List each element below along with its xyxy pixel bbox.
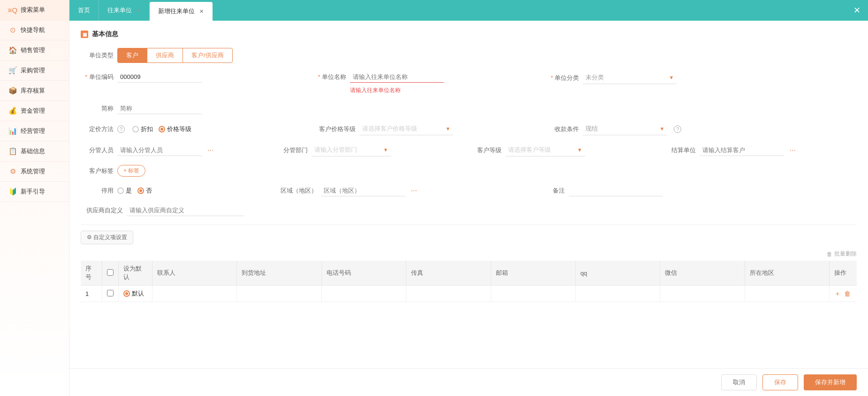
sidebar-label-finance: 资金管理 xyxy=(21,107,45,115)
tab-contacts-label: 往来单位 xyxy=(107,6,132,15)
sidebar-item-quick-nav[interactable]: ⊙ 快捷导航 xyxy=(0,20,69,40)
basic-info-icon: 📋 xyxy=(8,147,17,155)
row-default-radio[interactable]: 默认 xyxy=(123,289,147,298)
customer-price-level-arrow: ▼ xyxy=(445,126,450,132)
unit-btn-customer[interactable]: 客户 xyxy=(117,48,147,63)
row-default-circle xyxy=(123,290,130,297)
customer-level-select[interactable]: 请选择客户等级 ▼ xyxy=(505,144,585,156)
sidebar-item-guide[interactable]: 🔰 新手引导 xyxy=(0,182,69,202)
add-tag-button[interactable]: + 标签 xyxy=(117,165,145,177)
radio-disabled-no[interactable]: 否 xyxy=(137,186,152,195)
row-contact xyxy=(152,286,237,302)
row-address-input[interactable] xyxy=(242,290,316,297)
row-fax-input[interactable] xyxy=(411,290,486,297)
manager-input[interactable] xyxy=(117,145,202,156)
unit-code-label: 单位编码 xyxy=(81,73,114,81)
row-seq: 1 xyxy=(81,286,102,302)
disabled-region-row: 停用 是 否 区域（地区） ··· 备注 xyxy=(81,185,857,196)
col-wechat: 微信 xyxy=(660,261,745,286)
guide-icon: 🔰 xyxy=(8,187,17,196)
sidebar-item-search[interactable]: ≡Q 搜索菜单 xyxy=(0,0,69,20)
select-all-checkbox[interactable] xyxy=(107,269,114,276)
row-qq-input[interactable] xyxy=(580,290,655,297)
unit-type-label: 单位类型 xyxy=(81,51,114,60)
payment-help-icon[interactable]: ? xyxy=(674,125,681,133)
tab-contacts[interactable]: 往来单位 ✕ xyxy=(99,0,150,21)
sidebar-item-sales[interactable]: 🏠 销售管理 xyxy=(0,40,69,61)
custom-settings-button[interactable]: ⚙ 自定义项设置 xyxy=(81,231,133,244)
region-input[interactable] xyxy=(321,185,405,196)
row-area-input[interactable] xyxy=(750,290,824,297)
remarks-input[interactable] xyxy=(569,185,662,196)
customer-price-level-select[interactable]: 请选择客户价格等级 ▼ xyxy=(359,123,453,135)
sales-icon: 🏠 xyxy=(8,46,17,54)
row-area xyxy=(745,286,829,302)
batch-delete-label[interactable]: 批量删除 xyxy=(834,250,857,258)
sidebar-item-system[interactable]: ⚙ 系统管理 xyxy=(0,162,69,182)
payment-terms-field: 收款条件 现结 ▼ ? xyxy=(546,123,818,135)
section-header: ▣ 基本信息 xyxy=(81,30,857,39)
supplier-custom-input[interactable] xyxy=(127,205,244,216)
unit-category-label: 单位分类 xyxy=(546,74,579,82)
tags-field: 客户标签 + 标签 xyxy=(81,165,857,177)
manager-label: 分管人员 xyxy=(81,146,114,155)
row-wechat-input[interactable] xyxy=(665,290,739,297)
tab-contacts-close[interactable]: ✕ xyxy=(137,8,141,14)
row-fax xyxy=(406,286,491,302)
unit-category-field: 单位分类 未分类 ▼ xyxy=(546,71,818,84)
row-phone-input[interactable] xyxy=(327,290,401,297)
unit-code-input[interactable] xyxy=(117,71,202,83)
save-button[interactable]: 保存 xyxy=(762,374,798,390)
sidebar-item-basic-info[interactable]: 📋 基础信息 xyxy=(0,141,69,162)
sidebar-item-finance[interactable]: 💰 资金管理 xyxy=(0,101,69,121)
row-delete-btn[interactable]: 🗑 xyxy=(844,290,851,297)
cancel-button[interactable]: 取消 xyxy=(721,374,757,390)
unit-category-value: 未分类 xyxy=(586,73,604,82)
radio-disabled-yes[interactable]: 是 xyxy=(117,186,132,195)
divider xyxy=(81,225,857,225)
tab-new-contact-close[interactable]: ✕ xyxy=(199,8,204,15)
disabled-label: 停用 xyxy=(81,186,114,195)
radio-no-circle xyxy=(137,187,144,194)
tab-new-contact-label: 新增往来单位 xyxy=(158,7,195,16)
row-add-btn[interactable]: + xyxy=(836,290,839,297)
col-contact: 联系人 xyxy=(152,261,237,286)
save-new-button[interactable]: 保存并新增 xyxy=(804,374,857,390)
radio-price-level[interactable]: 价格等级 xyxy=(159,125,191,133)
settlement-more-btn[interactable]: ··· xyxy=(788,146,798,155)
payment-terms-select[interactable]: 现结 ▼ xyxy=(583,123,667,135)
manager-more-btn[interactable]: ··· xyxy=(206,146,215,155)
unit-type-field: 单位类型 客户 供应商 客户/供应商 xyxy=(81,48,857,63)
region-more-btn[interactable]: ··· xyxy=(409,186,419,195)
row-contact-input[interactable] xyxy=(157,290,232,297)
radio-discount[interactable]: 折扣 xyxy=(132,125,153,133)
batch-delete-area: 🗑 批量删除 xyxy=(81,250,857,258)
tab-home[interactable]: 首页 xyxy=(69,0,99,21)
unit-category-arrow: ▼ xyxy=(669,75,674,80)
unit-btn-both[interactable]: 客户/供应商 xyxy=(183,48,233,63)
row-email-input[interactable] xyxy=(496,290,571,297)
department-label: 分管部门 xyxy=(275,146,308,155)
tab-new-contact[interactable]: 新增往来单位 ✕ xyxy=(150,2,213,21)
sidebar-item-purchase[interactable]: 🛒 采购管理 xyxy=(0,61,69,81)
unit-name-input[interactable] xyxy=(350,71,444,83)
sidebar-item-operations[interactable]: 📊 经营管理 xyxy=(0,121,69,141)
sidebar-label-inventory: 库存核算 xyxy=(21,86,45,95)
region-label: 区域（地区） xyxy=(275,186,317,195)
settlement-unit-input[interactable] xyxy=(700,145,784,156)
col-action: 操作 xyxy=(830,261,857,286)
close-all-tabs[interactable]: ✕ xyxy=(846,0,868,21)
short-name-input[interactable] xyxy=(117,103,202,114)
unit-btn-supplier[interactable]: 供应商 xyxy=(147,48,183,63)
sidebar-item-inventory[interactable]: 📦 库存核算 xyxy=(0,81,69,101)
pricing-help-icon[interactable]: ? xyxy=(117,125,125,133)
department-select[interactable]: 请输入分管部门 ▼ xyxy=(312,144,391,156)
unit-category-select[interactable]: 未分类 ▼ xyxy=(583,71,677,84)
tab-bar: 首页 往来单位 ✕ 新增往来单位 ✕ ✕ xyxy=(69,0,868,21)
col-address: 到货地址 xyxy=(237,261,321,286)
section-title: 基本信息 xyxy=(92,30,118,39)
row-select-checkbox[interactable] xyxy=(107,290,114,296)
unit-code-field: 单位编码 xyxy=(81,71,313,83)
supplier-custom-label: 供应商自定义 xyxy=(81,206,123,215)
tab-home-label: 首页 xyxy=(78,6,90,15)
